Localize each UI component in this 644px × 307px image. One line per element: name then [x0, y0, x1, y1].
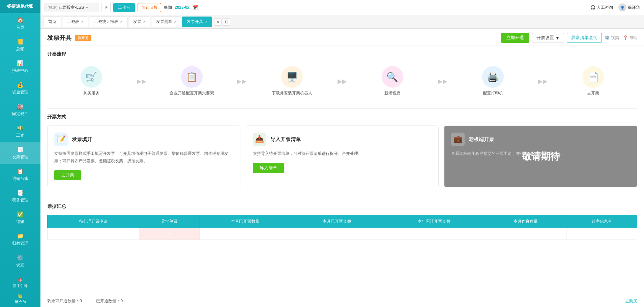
tab-invoice-issue[interactable]: 发票开具 × — [182, 17, 212, 27]
manual-method-btn[interactable]: 去开票 — [54, 170, 81, 180]
sidebar-item-guide[interactable]: 🎯 新手引导 — [0, 275, 40, 291]
tax-icon: 📑 — [17, 190, 24, 196]
open-settings-button[interactable]: 开票设置 ▼ — [532, 33, 564, 43]
cell-void-count: -- — [485, 228, 566, 240]
process-step-buy[interactable]: 🛒 购买服务 — [47, 66, 136, 96]
arrow-2: ▶▶ — [236, 78, 248, 85]
abnormal-query-button[interactable]: 异常清单查询 — [567, 33, 602, 43]
summary-section-title: 票据汇总 — [47, 203, 637, 210]
user-item[interactable]: 👤 徐泽华 — [618, 3, 640, 11]
config-enterprise-icon: 📋 — [181, 66, 203, 88]
footer-left: 剩余可开通数量：0 已开通数量：0 — [47, 298, 123, 304]
boss-method-title: 老板端开票 — [469, 136, 494, 143]
sidebar-item-home[interactable]: 🏠 首页 — [0, 13, 40, 34]
tab-invoice-mgmt[interactable]: 发票 × — [128, 17, 150, 27]
invoice-icon: 🧾 — [17, 146, 24, 153]
cell-red-note: -- — [566, 228, 637, 240]
sidebar-item-salary[interactable]: 💵 工资 — [0, 121, 40, 142]
manual-card-header: 📝 发票填开 — [54, 133, 233, 146]
headset-icon: 🎧 — [590, 5, 595, 10]
sidebar-label-settings: 设置 — [16, 262, 24, 268]
process-step-config[interactable]: 📋 企业开通配置开票六要素 — [148, 66, 236, 96]
arrow-4: ▶▶ — [437, 78, 449, 85]
period-value[interactable]: 2023-02 — [175, 5, 189, 10]
opened-label: 已开通数量：0 — [96, 299, 123, 303]
sidebar-label-vip: 畅会员 — [15, 299, 26, 304]
process-step-taxbox[interactable]: 🔍 新增税盘 — [348, 66, 437, 96]
page-title: 发票开具 — [47, 34, 71, 42]
sidebar-item-settlement[interactable]: ✅ 结账 — [0, 207, 40, 229]
tab-home[interactable]: 首页 — [43, 17, 61, 27]
method-card-manual: 📝 发票填开 支持按照发票样式手工填写开发票；可开具增值税电子普通发票、增值税普… — [47, 125, 240, 187]
tab-salary-stats[interactable]: 工资统计报表 × — [89, 17, 127, 27]
ledger-icon: 📒 — [17, 38, 24, 45]
sidebar-label-funds: 资金管理 — [12, 89, 28, 95]
settlement-icon: ✅ — [17, 211, 24, 218]
immediate-open-button[interactable]: 立即开通 — [501, 33, 529, 43]
sidebar-item-tax[interactable]: 📑 税务管理 — [0, 186, 40, 207]
manual-method-icon: 📝 — [54, 133, 68, 146]
sidebar-label-invoice: 发票管理 — [12, 154, 28, 160]
sidebar-item-ledger[interactable]: 📒 总账 — [0, 34, 40, 56]
config-printer-label: 配置打印机 — [483, 90, 503, 96]
sidebar-item-purchase[interactable]: 📋 进销台账 — [0, 164, 40, 186]
sidebar-item-funds[interactable]: 💰 资金管理 — [0, 78, 40, 99]
process-step-invoice[interactable]: 📄 去开票 — [549, 66, 637, 96]
calendar-icon[interactable]: 📅 — [192, 5, 198, 10]
tab-invoice-calc[interactable]: 发票测算 × — [151, 17, 181, 27]
tab-actions: ✕ ⊡ — [214, 18, 230, 26]
workbench-button[interactable]: 工作台 — [113, 3, 135, 12]
reports-icon: 📊 — [17, 60, 24, 66]
buy-service-icon: 🛒 — [81, 66, 102, 88]
tab-invoice-calc-close[interactable]: × — [174, 20, 176, 24]
sidebar-item-invoice[interactable]: 🧾 发票管理 — [0, 142, 40, 164]
arrow-5: ▶▶ — [537, 78, 549, 85]
main-area: (勉励) 江西股室-LSS ▼ ⎘ 工作台 切到旧版 账期 2023-02 📅 … — [40, 0, 644, 307]
tab-invoice-calc-label: 发票测算 — [156, 19, 172, 25]
tab-salary-table[interactable]: 工资表 × — [62, 17, 88, 27]
service-item[interactable]: 🎧 人工咨询 — [590, 5, 613, 10]
sidebar-item-archive[interactable]: 📁 归档管理 — [0, 229, 40, 250]
buy-service-label: 购买服务 — [83, 90, 99, 96]
process-step-printer[interactable]: 🖨️ 配置打印机 — [449, 66, 537, 96]
switch-version-button[interactable]: 切到旧版 — [138, 3, 161, 12]
sidebar-item-vip[interactable]: 👑 畅会员 — [0, 291, 40, 307]
view-icon: ⚙️ — [605, 35, 610, 40]
sidebar-item-reports[interactable]: 📊 报表中心 — [0, 56, 40, 78]
settings-icon: ⚙️ — [17, 254, 24, 261]
salary-icon: 💵 — [17, 125, 24, 131]
restore-tab-btn[interactable]: ⊡ — [223, 18, 230, 26]
avatar: 👤 — [618, 3, 626, 11]
copy-button[interactable]: ⎘ — [101, 3, 111, 12]
methods-section-title: 开票方式 — [47, 114, 637, 120]
sidebar-item-assets[interactable]: 🏭 固定资产 — [0, 99, 40, 121]
buy-link[interactable]: 去购买 — [625, 298, 637, 304]
import-method-title: 导入开票清单 — [270, 136, 301, 143]
tab-invoice-issue-close[interactable]: × — [205, 20, 207, 24]
tab-salary-stats-close[interactable]: × — [120, 20, 122, 24]
process-step-download[interactable]: 🖥️ 下载并安装开票机器人 — [248, 66, 336, 96]
config-printer-icon: 🖨️ — [482, 66, 504, 88]
sidebar-item-settings[interactable]: ⚙️ 设置 — [0, 250, 40, 272]
help-label[interactable]: 帮助 — [629, 35, 637, 41]
tab-invoice-mgmt-close[interactable]: × — [143, 20, 145, 24]
method-card-import: 📥 导入开票清单 支持导入待开票清单，可对待开票清单进行拆分、合并处理。 导入清… — [246, 125, 439, 187]
sidebar-label-salary: 工资 — [16, 133, 24, 138]
manual-method-desc: 支持按照发票样式手工填写开发票；可开具增值税电子普通发票、增值税普通发票、增值税… — [54, 150, 233, 165]
company-selector[interactable]: (勉励) 江西股室-LSS ▼ — [45, 3, 98, 12]
vip-icon: 👑 — [18, 294, 23, 298]
view-label[interactable]: 视频 — [611, 35, 619, 41]
tab-salary-table-close[interactable]: × — [81, 20, 83, 24]
manual-method-title: 发票填开 — [72, 136, 92, 143]
sidebar-label-purchase: 进销台账 — [12, 176, 28, 182]
import-card-header: 📥 导入开票清单 — [253, 133, 432, 146]
cell-annual-amount: -- — [383, 228, 485, 240]
tab-invoice-issue-label: 发票开具 — [187, 19, 203, 25]
sidebar-label-assets: 固定资产 — [12, 111, 28, 117]
close-tab-btn[interactable]: ✕ — [214, 18, 222, 26]
import-method-btn[interactable]: 导入清单 — [253, 163, 284, 173]
open-settings-label: 开票设置 — [536, 35, 554, 41]
sidebar-label-archive: 归档管理 — [12, 241, 28, 246]
download-robot-label: 下载并安装开票机器人 — [272, 90, 312, 96]
cell-monthly-count: -- — [199, 228, 291, 240]
